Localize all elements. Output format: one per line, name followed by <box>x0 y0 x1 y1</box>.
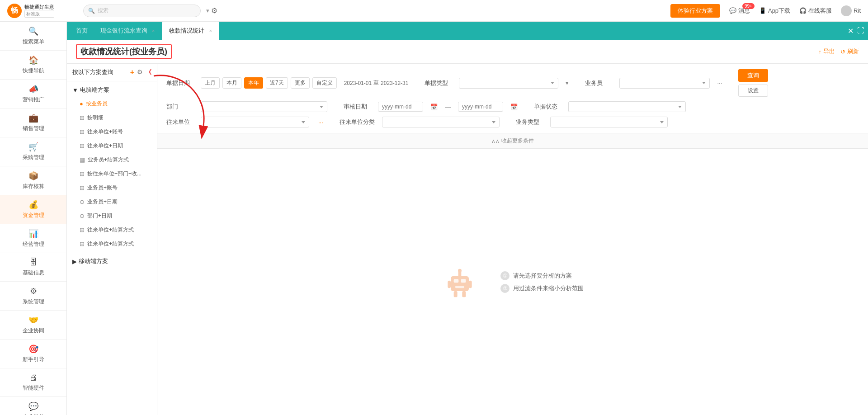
sidebar-label-marketing: 营销推广 <box>23 96 44 104</box>
tab-bank-flow-close[interactable]: × <box>152 28 155 33</box>
sidebar-item-sales[interactable]: 💼 销售管理 <box>0 108 66 137</box>
scheme-item-7[interactable]: ⊙ 业务员+日期 <box>67 195 157 209</box>
scheme-icon-4: ▦ <box>80 156 85 163</box>
app-download-btn[interactable]: 📱 App下载 <box>759 7 790 15</box>
sidebar-item-purchase[interactable]: 🛒 采购管理 <box>0 137 66 166</box>
scheme-icon-0: ● <box>80 100 83 107</box>
sidebar-item-search[interactable]: 🔍 搜索菜单 <box>0 22 66 51</box>
settings-btn[interactable]: 设置 <box>738 85 768 97</box>
settings-gear-icon[interactable]: ⚙ <box>211 6 217 15</box>
filter-area: 单据日期 上月 本月 本年 近7天 更多 自定义 2023-01-01 至 <box>157 64 868 133</box>
message-btn[interactable]: 💬 消息 99+ <box>729 7 750 15</box>
scheme-collapse-icon[interactable]: 《 <box>146 68 151 76</box>
salesperson-more-icon[interactable]: ··· <box>717 80 722 86</box>
scheme-item-8[interactable]: ⊙ 部门+日期 <box>67 209 157 223</box>
refresh-btn[interactable]: ↺ 刷新 <box>840 47 859 56</box>
salesperson-select[interactable] <box>619 78 710 89</box>
hint-num-2: ② <box>500 284 509 293</box>
sidebar-item-guide[interactable]: 🎯 新手引导 <box>0 340 66 368</box>
scheme-item-0[interactable]: ● 按业务员 <box>67 97 157 111</box>
tab-maximize-icon[interactable]: ⛶ <box>857 27 864 35</box>
scheme-item-5[interactable]: ⊟ 按往来单位+部门+收... <box>67 167 157 181</box>
scheme-label-1: 按明细 <box>87 114 104 122</box>
empty-robot-icon <box>442 264 478 300</box>
right-panel: 单据日期 上月 本月 本年 近7天 更多 自定义 2023-01-01 至 <box>157 64 868 415</box>
scheme-item-2[interactable]: ⊟ 往来单位+账号 <box>67 125 157 139</box>
add-scheme-icon[interactable]: + <box>130 68 134 76</box>
svg-rect-3 <box>455 286 464 288</box>
scheme-label-3: 往来单位+日期 <box>87 142 123 150</box>
svg-rect-7 <box>469 280 472 288</box>
scheme-item-4[interactable]: ▦ 业务员+结算方式 <box>67 153 157 167</box>
message-icon: 💬 <box>729 7 736 14</box>
left-panel-icons: + ⚙ 《 <box>130 68 151 76</box>
query-btn[interactable]: 查询 <box>738 69 768 82</box>
doc-status-select[interactable] <box>568 101 686 112</box>
export-icon: ↑ <box>819 48 822 55</box>
sidebar-item-hardware[interactable]: 🖨 智能硬件 <box>0 368 66 397</box>
chevron-down-icon[interactable]: ▾ <box>206 7 209 14</box>
date-btn-more[interactable]: 更多 <box>291 77 310 89</box>
date-btn-this-year[interactable]: 本年 <box>244 77 263 89</box>
dept-select[interactable] <box>201 101 327 112</box>
scheme-item-9[interactable]: ⊞ 往来单位+结算方式 <box>67 223 157 237</box>
tab-receipt-stats[interactable]: 收款情况统计 × <box>162 22 219 40</box>
scheme-icon-1: ⊞ <box>80 114 85 121</box>
doc-type-expand-icon[interactable]: ▾ <box>566 80 569 86</box>
date-btn-last-month[interactable]: 上月 <box>201 77 220 89</box>
sidebar-item-wechat[interactable]: 💬 企业微信 <box>0 397 66 415</box>
review-start-input[interactable] <box>378 102 423 112</box>
counterpart-class-select[interactable] <box>382 117 500 127</box>
scheme-item-1[interactable]: ⊞ 按明细 <box>67 111 157 125</box>
tab-home[interactable]: 首页 <box>71 27 93 35</box>
scheme-item-6[interactable]: ⊟ 业务员+账号 <box>67 181 157 195</box>
tab-close-all-icon[interactable]: ✕ <box>848 27 854 35</box>
sidebar-item-inventory[interactable]: 📦 库存核算 <box>0 166 66 195</box>
sidebar-item-marketing[interactable]: 📣 营销推广 <box>0 80 66 108</box>
scheme-icon-3: ⊟ <box>80 142 85 149</box>
scheme-settings-icon[interactable]: ⚙ <box>137 68 143 76</box>
sidebar-label-wechat: 企业微信 <box>23 413 44 415</box>
sidebar-item-finance[interactable]: 💰 资金管理 <box>0 195 66 224</box>
scheme-item-10[interactable]: ⊟ 往来单位+结算方式 <box>67 237 157 251</box>
review-end-input[interactable] <box>458 102 503 112</box>
export-label: 导出 <box>823 47 835 56</box>
date-calendar-icon-1[interactable]: 📅 <box>430 104 438 110</box>
sidebar-item-basic[interactable]: 🗄 基础信息 <box>0 253 66 282</box>
date-btn-custom[interactable]: 自定义 <box>312 77 337 89</box>
sidebar-item-system[interactable]: ⚙ 系统管理 <box>0 282 66 311</box>
trial-btn[interactable]: 体验行业方案 <box>670 4 720 18</box>
tab-receipt-stats-close[interactable]: × <box>209 28 212 33</box>
counterpart-select[interactable] <box>201 117 309 127</box>
empty-hint-2: ② 用过滤条件来缩小分析范围 <box>500 284 584 293</box>
sales-icon: 💼 <box>28 113 38 123</box>
marketing-icon: 📣 <box>28 84 38 94</box>
svg-rect-1 <box>454 279 459 283</box>
review-date-label: 审核日期 <box>344 103 371 111</box>
date-btn-this-month[interactable]: 本月 <box>222 77 241 89</box>
date-calendar-icon-2[interactable]: 📅 <box>510 104 518 110</box>
sidebar-label-shortcut: 快捷导航 <box>23 67 44 75</box>
refresh-icon: ↺ <box>840 48 845 55</box>
collapse-label: 收起更多条件 <box>501 137 534 145</box>
search-bar[interactable]: 🔍 搜索 <box>83 5 201 17</box>
counterpart-more-icon[interactable]: ··· <box>318 119 323 126</box>
doc-type-select[interactable] <box>459 78 558 89</box>
collapse-bar[interactable]: ∧∧ 收起更多条件 <box>157 133 868 149</box>
sidebar-item-shortcut[interactable]: 🏠 快捷导航 <box>0 51 66 80</box>
sidebar-label-finance: 资金管理 <box>23 212 44 219</box>
tab-bank-flow[interactable]: 现金银行流水查询 × <box>93 22 162 40</box>
export-btn[interactable]: ↑ 导出 <box>819 47 835 56</box>
user-area[interactable]: Rit <box>841 5 861 16</box>
svg-rect-8 <box>454 291 458 297</box>
mobile-group-header[interactable]: ▶ 移动端方案 <box>67 255 157 268</box>
sidebar-item-enterprise[interactable]: 🤝 企业协同 <box>0 311 66 340</box>
inventory-icon: 📦 <box>28 171 38 181</box>
biz-type-select[interactable] <box>550 117 668 127</box>
sidebar-label-enterprise: 企业协同 <box>23 327 44 335</box>
desktop-group-header[interactable]: ▼ 电脑端方案 <box>67 83 157 97</box>
online-service-btn[interactable]: 🎧 在线客服 <box>799 7 832 15</box>
sidebar-item-operation[interactable]: 📊 经营管理 <box>0 224 66 253</box>
scheme-item-3[interactable]: ⊟ 往来单位+日期 <box>67 139 157 153</box>
date-btn-7days[interactable]: 近7天 <box>266 77 288 89</box>
